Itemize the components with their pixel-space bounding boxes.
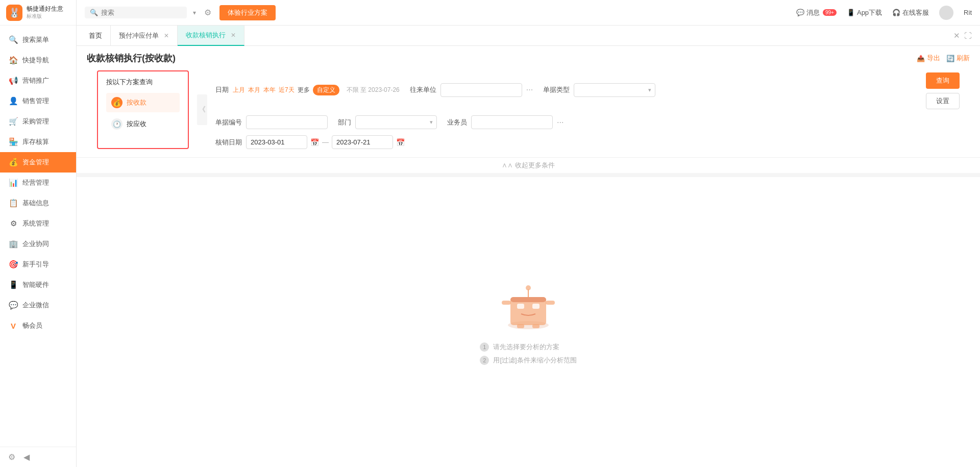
tab-prepay[interactable]: 预付冲应付单 ✕	[111, 26, 178, 46]
calendar-start-icon[interactable]: 📅	[310, 138, 319, 146]
basic-info-icon: 📋	[8, 198, 18, 208]
operations-icon: 📊	[8, 178, 18, 188]
svg-rect-9	[517, 324, 524, 328]
svg-point-8	[526, 285, 531, 290]
filter-by-receivable[interactable]: 🕐 按应收	[106, 114, 180, 134]
doc-type-select[interactable]	[574, 83, 655, 97]
sidebar-item-label: 营销推广	[22, 76, 49, 85]
topbar-chevron-icon[interactable]: ▾	[193, 9, 196, 16]
sidebar-item-label: 快捷导航	[22, 56, 49, 65]
salesperson-input[interactable]	[471, 115, 553, 129]
sidebar-item-quick-nav[interactable]: 🏠 快捷导航	[0, 50, 76, 70]
page-header: 收款核销执行(按收款) 📤 导出 🔄 刷新	[77, 46, 980, 64]
topbar-gear-icon[interactable]: ⚙	[204, 8, 211, 17]
collapse-more-label: 收起更多条件	[515, 161, 555, 169]
tab-prepay-close[interactable]: ✕	[164, 32, 169, 39]
sidebar-item-search-menu[interactable]: 🔍 搜索菜单	[0, 30, 76, 50]
filter-row-1: 日期 上月 本月 本年 近7天 更多 自定义 不限 至 2023-07-26	[215, 70, 960, 109]
search-menu-icon: 🔍	[8, 35, 18, 45]
tabbar-actions: ✕ ⛶	[953, 31, 976, 40]
close-all-icon[interactable]: ✕	[953, 31, 960, 40]
tab-home[interactable]: 首页	[81, 26, 111, 46]
sidebar-item-wechat[interactable]: 💬 企业微信	[0, 295, 76, 315]
sidebar-item-capital[interactable]: 💰 资金管理	[0, 152, 76, 173]
empty-tip-1-text: 请先选择要分析的方案	[493, 342, 559, 352]
system-icon: ⚙	[8, 218, 18, 229]
sidebar-item-label: 新手引导	[22, 260, 49, 269]
topbar: 🔍 ▾ ⚙ 体验行业方案 💬 消息 99+ 📱 App下载 🎧 在线客服 Rit	[77, 0, 980, 26]
refresh-icon: 🔄	[946, 55, 954, 62]
user-name: Rit	[964, 9, 972, 16]
date-last-month[interactable]: 上月	[233, 86, 245, 94]
date-7days[interactable]: 近7天	[279, 86, 295, 94]
filter-date-field: 日期 上月 本月 本年 近7天 更多 自定义 不限 至 2023-07-26	[215, 85, 400, 95]
doc-type-select-wrapper	[574, 83, 655, 97]
sidebar-item-hardware[interactable]: 📱 智能硬件	[0, 275, 76, 295]
salesperson-dots[interactable]: ···	[557, 118, 564, 127]
date-this-month[interactable]: 本月	[248, 86, 260, 94]
sidebar-item-marketing[interactable]: 📢 营销推广	[0, 70, 76, 91]
date-unlimit: 不限 至 2023-07-26	[347, 86, 400, 94]
quick-nav-icon: 🏠	[8, 55, 18, 65]
topbar-app-download[interactable]: 📱 App下载	[847, 8, 882, 17]
solution-button[interactable]: 体验行业方案	[219, 5, 276, 20]
writeoff-date-end-input[interactable]	[332, 135, 393, 149]
sidebar-item-member[interactable]: V 畅会员	[0, 315, 76, 336]
date-more[interactable]: 更多	[298, 86, 310, 94]
doc-number-input[interactable]	[246, 115, 328, 129]
sidebar-item-guide[interactable]: 🎯 新手引导	[0, 254, 76, 275]
topbar-message[interactable]: 💬 消息 99+	[796, 8, 837, 17]
filter-right-panel: 日期 上月 本月 本年 近7天 更多 自定义 不限 至 2023-07-26	[215, 70, 960, 149]
sidebar-item-label: 采购管理	[22, 117, 49, 126]
sidebar-item-label: 企业协同	[22, 239, 49, 249]
svg-rect-4	[532, 304, 540, 309]
action-buttons: 查询 设置	[926, 70, 960, 109]
counterparty-input[interactable]	[440, 83, 522, 97]
message-badge: 99+	[823, 9, 837, 16]
tab-collection[interactable]: 收款核销执行 ✕	[178, 26, 244, 46]
tab-collection-close[interactable]: ✕	[231, 32, 236, 39]
date-custom[interactable]: 自定义	[313, 85, 339, 95]
wechat-icon: 💬	[8, 300, 18, 310]
sidebar-menu: 🔍 搜索菜单 🏠 快捷导航 📢 营销推广 👤 销售管理 🛒 采购管理 🏪 库存核…	[0, 26, 76, 447]
sidebar-item-label: 搜索菜单	[22, 35, 49, 44]
date-this-year[interactable]: 本年	[263, 86, 276, 94]
sidebar-item-operations[interactable]: 📊 经营管理	[0, 173, 76, 193]
filter-department-field: 部门	[338, 115, 437, 129]
collapse-more-button[interactable]: ∧∧ 收起更多条件	[502, 161, 555, 169]
search-input[interactable]	[101, 9, 173, 16]
export-button[interactable]: 📤 导出	[917, 54, 940, 63]
empty-illustration	[498, 279, 559, 330]
calendar-end-icon[interactable]: 📅	[396, 138, 405, 146]
filter-row-3: 核销日期 📅 — 📅	[215, 135, 960, 149]
set-button[interactable]: 设置	[926, 93, 960, 109]
writeoff-date-start-input[interactable]	[246, 135, 307, 149]
export-icon: 📤	[917, 55, 925, 62]
sidebar-item-enterprise[interactable]: 🏢 企业协同	[0, 234, 76, 254]
by-receipt-icon: 💰	[111, 97, 122, 108]
refresh-button[interactable]: 🔄 刷新	[946, 54, 970, 63]
expand-icon[interactable]: ⛶	[964, 31, 972, 40]
topbar-search-box[interactable]: 🔍	[85, 7, 187, 18]
topbar-online-service[interactable]: 🎧 在线客服	[892, 8, 929, 17]
department-select[interactable]	[355, 115, 437, 129]
filter-counterparty-field: 往来单位 ···	[410, 83, 533, 97]
filter-collapse-button[interactable]: 《	[197, 94, 207, 125]
filter-by-receipt[interactable]: 💰 按收款	[106, 93, 180, 112]
date-separator: —	[322, 138, 329, 146]
counterparty-dots[interactable]: ···	[526, 85, 533, 94]
department-select-wrapper	[355, 115, 437, 129]
sidebar-item-system[interactable]: ⚙ 系统管理	[0, 213, 76, 234]
sidebar-item-inventory[interactable]: 🏪 库存核算	[0, 132, 76, 152]
by-receivable-icon: 🕐	[111, 118, 122, 130]
sidebar-item-sales[interactable]: 👤 销售管理	[0, 91, 76, 111]
sidebar-item-purchase[interactable]: 🛒 采购管理	[0, 111, 76, 132]
sidebar-collapse-icon[interactable]: ◀	[23, 452, 30, 462]
capital-icon: 💰	[8, 157, 18, 167]
sidebar-settings-icon[interactable]: ⚙	[8, 452, 15, 462]
message-icon: 💬	[796, 9, 804, 16]
collapse-more-bar: ∧∧ 收起更多条件	[77, 157, 980, 173]
sidebar-item-basic-info[interactable]: 📋 基础信息	[0, 193, 76, 213]
query-button[interactable]: 查询	[926, 72, 960, 89]
filter-panel: 按以下方案查询 💰 按收款 🕐 按应收 《	[87, 64, 970, 157]
